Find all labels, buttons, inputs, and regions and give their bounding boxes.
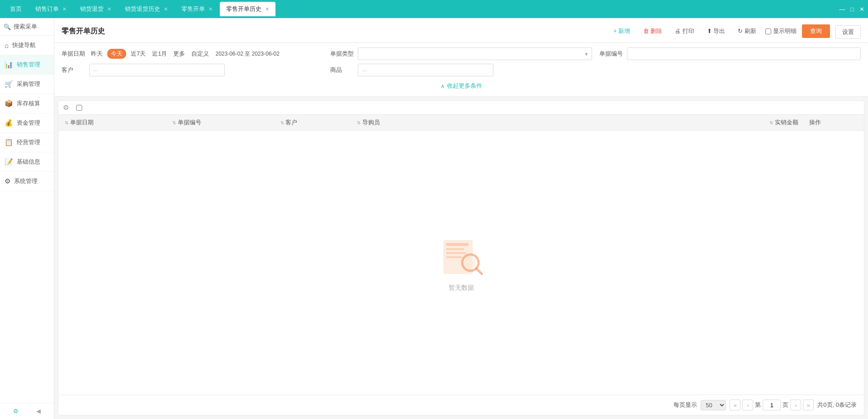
sidebar-item-finance-label: 资金管理 xyxy=(17,119,40,127)
maximize-button[interactable]: □ xyxy=(850,6,854,13)
empty-state: 暂无数据 xyxy=(58,131,864,395)
refresh-button[interactable]: ↻ 刷新 xyxy=(734,25,760,37)
clipboard-icon: 📋 xyxy=(5,138,13,146)
tab-retail-open-history-close[interactable]: ✕ xyxy=(265,6,269,12)
date-option-1month[interactable]: 近1月 xyxy=(150,49,169,59)
col-date: ⇅ 单据日期 xyxy=(58,115,166,131)
tab-retail-open[interactable]: 零售开单 ✕ xyxy=(175,2,219,16)
tab-list: 首页 销售订单 ✕ 销货退货 ✕ 销货退货历史 ✕ 零售开单 ✕ 零售开单历史 … xyxy=(4,2,839,16)
close-button[interactable]: ✕ xyxy=(859,6,864,13)
sort-icon-date[interactable]: ⇅ xyxy=(65,120,68,125)
show-detail-input[interactable] xyxy=(765,28,771,34)
sidebar-item-purchase-mgmt-label: 采购管理 xyxy=(17,80,40,88)
tab-sales-order-label: 销售订单 xyxy=(35,5,59,13)
filter-row-1: 单据日期 昨天 今天 近7天 近1月 更多 自定义 2023-06-02 至 2… xyxy=(62,47,861,60)
setting-button[interactable]: 设置 xyxy=(835,25,861,39)
page-label: 第 xyxy=(755,401,761,409)
tab-home-label: 首页 xyxy=(10,5,22,13)
goods-select[interactable]: ··· xyxy=(358,64,493,76)
date-option-yesterday[interactable]: 昨天 xyxy=(89,49,104,59)
date-range-display: 2023-06-02 至 2023-06-02 xyxy=(215,50,279,58)
sidebar-search-label: 搜索采单 xyxy=(14,23,37,31)
sidebar-item-operations[interactable]: 📋 经营管理 xyxy=(0,133,54,152)
empty-text: 暂无数据 xyxy=(449,284,474,292)
sort-icon-guide[interactable]: ⇅ xyxy=(357,120,360,125)
col-amount-label: 实销金额 xyxy=(775,119,798,126)
tab-sales-return[interactable]: 销货退货 ✕ xyxy=(74,2,118,16)
sidebar-item-base-info[interactable]: 📝 基础信息 xyxy=(0,152,54,172)
tab-retail-open-history[interactable]: 零售开单历史 ✕ xyxy=(220,2,275,16)
sidebar-bottom: ⚙ ◀ xyxy=(0,403,54,419)
sidebar-item-base-info-label: 基础信息 xyxy=(17,158,40,166)
date-option-more[interactable]: 更多 xyxy=(171,49,187,59)
first-page-button[interactable]: « xyxy=(730,400,740,410)
minimize-button[interactable]: — xyxy=(839,6,845,13)
customer-label: 客户 xyxy=(62,66,86,74)
collapse-sidebar-icon[interactable]: ◀ xyxy=(36,408,41,414)
top-bar: 首页 销售订单 ✕ 销货退货 ✕ 销货退货历史 ✕ 零售开单 ✕ 零售开单历史 … xyxy=(0,0,868,18)
sidebar-item-inventory-label: 库存核算 xyxy=(17,99,40,108)
sidebar-item-inventory[interactable]: 📦 库存核算 xyxy=(0,94,54,113)
tab-home[interactable]: 首页 xyxy=(4,2,28,16)
sidebar-item-operations-label: 经营管理 xyxy=(17,138,40,146)
cart-icon: 🛒 xyxy=(5,80,13,88)
page-suffix: 页 xyxy=(783,401,788,409)
sort-icon-no[interactable]: ⇅ xyxy=(172,120,176,125)
settings-bottom-icon[interactable]: ⚙ xyxy=(13,408,19,414)
sidebar-item-finance[interactable]: 💰 资金管理 xyxy=(0,113,54,133)
sidebar-item-quick-nav-label: 快捷导航 xyxy=(12,41,36,49)
last-page-button[interactable]: » xyxy=(803,400,814,410)
search-icon: 🔍 xyxy=(4,24,11,30)
sidebar-search[interactable]: 🔍 搜索采单 xyxy=(0,18,54,36)
order-type-filter: 单据类型 ▾ xyxy=(330,47,592,60)
export-button[interactable]: ⬆ 导出 xyxy=(703,25,729,37)
col-no-label: 单据编号 xyxy=(178,119,201,126)
order-no-input[interactable] xyxy=(627,47,861,60)
customer-select[interactable]: ··· xyxy=(89,64,225,76)
delete-button[interactable]: 🗑 删除 xyxy=(640,25,666,37)
next-page-button[interactable]: › xyxy=(790,400,801,410)
per-page-select[interactable]: 50 20 100 xyxy=(701,400,726,410)
date-option-today[interactable]: 今天 xyxy=(107,49,126,59)
sort-icon-customer[interactable]: ⇅ xyxy=(280,120,284,125)
sidebar-item-system-mgmt[interactable]: ⚙ 系统管理 xyxy=(0,172,54,191)
query-button[interactable]: 查询 xyxy=(802,24,830,38)
sort-icon-amount[interactable]: ⇅ xyxy=(769,120,773,125)
tab-sales-return-close[interactable]: ✕ xyxy=(107,6,111,12)
date-option-7days[interactable]: 近7天 xyxy=(129,49,147,59)
select-all-checkbox[interactable] xyxy=(72,105,86,111)
date-filter-label: 单据日期 xyxy=(62,50,86,58)
sidebar-item-purchase-mgmt[interactable]: 🛒 采购管理 xyxy=(0,75,54,94)
col-date-label: 单据日期 xyxy=(70,119,94,126)
filter-area: 单据日期 昨天 今天 近7天 近1月 更多 自定义 2023-06-02 至 2… xyxy=(54,43,868,97)
prev-page-button[interactable]: ‹ xyxy=(742,400,753,410)
sidebar-item-sales-mgmt[interactable]: 📊 销售管理 xyxy=(0,55,54,75)
goods-label: 商品 xyxy=(330,66,355,74)
tab-sales-order-close[interactable]: ✕ xyxy=(62,6,66,12)
tab-retail-open-history-label: 零售开单历史 xyxy=(226,5,261,13)
sidebar-item-quick-nav[interactable]: ⌂ 快捷导航 xyxy=(0,36,54,55)
show-detail-checkbox[interactable]: 显示明细 xyxy=(765,27,797,35)
svg-line-7 xyxy=(476,268,482,274)
per-page-label: 每页显示 xyxy=(674,401,697,409)
svg-rect-1 xyxy=(446,243,469,246)
tab-sales-return-history[interactable]: 销货退货历史 ✕ xyxy=(119,2,174,16)
table-toolbar: ⚙ xyxy=(58,101,864,115)
collapse-row: ∧ 收起更多条件 xyxy=(62,80,861,92)
main-layout: 🔍 搜索采单 ⌂ 快捷导航 📊 销售管理 🛒 采购管理 📦 库存核算 💰 资金管… xyxy=(0,18,868,419)
customer-filter: 客户 ··· xyxy=(62,64,323,76)
empty-illustration xyxy=(434,233,489,278)
tab-sales-return-history-close[interactable]: ✕ xyxy=(164,6,168,12)
chevron-up-icon: ∧ xyxy=(441,83,445,89)
page-input[interactable] xyxy=(763,400,781,410)
print-button[interactable]: 🖨 打印 xyxy=(671,25,698,37)
order-type-select[interactable]: ▾ xyxy=(358,47,592,60)
tab-retail-open-close[interactable]: ✕ xyxy=(209,6,213,12)
page-nav: « ‹ 第 页 › » xyxy=(730,400,814,410)
collapse-button[interactable]: ∧ 收起更多条件 xyxy=(439,80,484,92)
date-option-custom[interactable]: 自定义 xyxy=(190,49,211,59)
add-button[interactable]: + 新增 xyxy=(610,25,634,37)
box-icon: 📦 xyxy=(5,99,13,108)
tab-sales-order[interactable]: 销售订单 ✕ xyxy=(29,2,73,16)
table-settings-icon[interactable]: ⚙ xyxy=(63,104,69,112)
